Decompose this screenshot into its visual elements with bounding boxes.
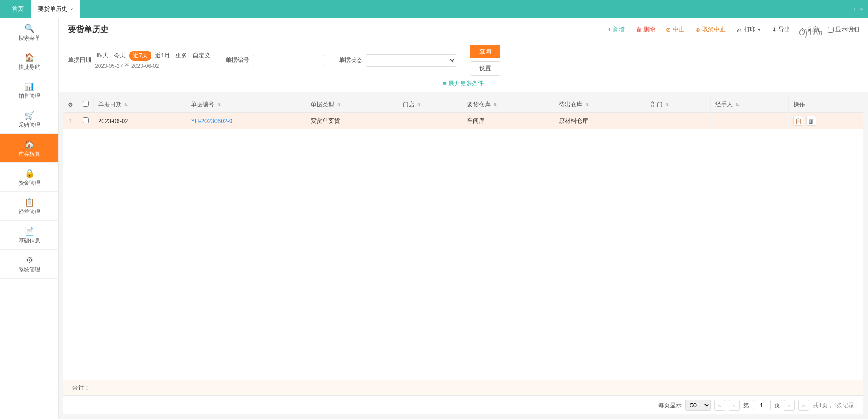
row-date: 2023-06-02 (94, 113, 186, 129)
sidebar-item-basic-info[interactable]: 📄 基础信息 (0, 221, 58, 250)
inventory-icon: 🏠 (24, 140, 34, 148)
th-date[interactable]: 单据日期 ⇅ (94, 97, 186, 113)
table-row: 1 2023-06-02 YH-20230602-0 要货单要货 车间库 原材料… (63, 113, 863, 129)
row-pendingwarehouse: 原材料仓库 (554, 113, 646, 129)
th-handler[interactable]: 经手人 ⇅ (711, 97, 789, 113)
filter-area: 单据日期 昨天 今天 近7天 近1月 更多 自定义 2023-05-27 至 2… (59, 40, 868, 92)
sidebar-item-search-menu[interactable]: 🔍 搜索菜单 (0, 18, 58, 47)
show-detail-checkbox[interactable] (828, 27, 834, 33)
refresh-button[interactable]: ↻ 刷新 (798, 24, 822, 35)
export-icon: ⬇ (772, 26, 777, 33)
table-header: ⚙ 单据日期 ⇅ 单据编号 ⇅ (63, 97, 863, 113)
print-dropdown-icon: ▾ (758, 26, 761, 33)
cancel-stop-button[interactable]: ⊗ 取消中止 (693, 24, 728, 35)
row-operation: 📋 🗑 (788, 113, 863, 129)
date-shortcuts: 昨天 今天 近7天 近1月 更多 自定义 (95, 51, 212, 61)
sidebar-item-sys-mgmt[interactable]: ⚙ 系统管理 (0, 250, 58, 279)
docnum-filter-input[interactable] (253, 55, 325, 66)
page-label-after: 页 (774, 401, 780, 409)
sidebar-item-finance-mgmt-label: 资金管理 (19, 179, 40, 187)
export-button[interactable]: ⬇ 导出 (769, 24, 793, 35)
ops-mgmt-icon: 📋 (24, 198, 34, 206)
shortcut-today[interactable]: 今天 (112, 51, 127, 61)
expand-more-icon: ≡ (443, 80, 447, 87)
th-checkbox (78, 97, 94, 113)
last-page-button[interactable]: » (798, 400, 809, 411)
th-settings[interactable]: ⚙ (63, 97, 78, 113)
prev-page-button[interactable]: ‹ (729, 400, 740, 411)
sidebar-item-purchase-mgmt[interactable]: 🛒 采购管理 (0, 105, 58, 134)
shortcut-1month[interactable]: 近1月 (153, 51, 172, 61)
close-window-icon[interactable]: × (860, 6, 863, 13)
th-doctype[interactable]: 单据类型 ⇅ (306, 97, 398, 113)
th-docnum[interactable]: 单据编号 ⇅ (186, 97, 306, 113)
tab-active[interactable]: 要货单历史 × (31, 0, 80, 18)
total-info: 共1页，1条记录 (813, 401, 854, 409)
row-dept (646, 113, 710, 129)
refresh-icon: ↻ (801, 26, 806, 33)
minimize-icon[interactable]: — (840, 6, 846, 13)
th-date-sort-icon: ⇅ (124, 102, 128, 107)
page-input[interactable] (753, 400, 771, 410)
th-operation-label: 操作 (793, 101, 805, 108)
finance-mgmt-icon: 🔒 (24, 169, 34, 177)
th-store[interactable]: 门店 ⇅ (398, 97, 462, 113)
sidebar-item-inventory[interactable]: 🏠 库存核算 (0, 134, 58, 163)
refresh-button-label: 刷新 (808, 25, 820, 33)
per-page-label: 每页显示 (658, 401, 682, 409)
sidebar-item-finance-mgmt[interactable]: 🔒 资金管理 (0, 163, 58, 192)
row-docnum-link[interactable]: YH-20230602-0 (191, 118, 232, 124)
row-checkbox[interactable] (83, 117, 89, 123)
maximize-icon[interactable]: □ (851, 6, 855, 13)
query-button[interactable]: 查询 (470, 45, 500, 58)
docstatus-filter-label: 单据状态 (339, 56, 362, 64)
th-pendingwarehouse-sort-icon: ⇅ (585, 102, 589, 107)
sidebar-item-sales-mgmt[interactable]: 📊 销售管理 (0, 76, 58, 105)
page-title: 要货单历史 (68, 24, 108, 35)
print-button[interactable]: 🖨 打印 ▾ (734, 24, 764, 35)
row-num: 1 (63, 113, 78, 129)
data-table: ⚙ 单据日期 ⇅ 单据编号 ⇅ (63, 97, 863, 129)
sales-mgmt-icon: 📊 (24, 82, 34, 90)
th-doctype-sort-icon: ⇅ (337, 102, 340, 107)
row-edit-icon[interactable]: 📋 (793, 116, 803, 126)
shortcut-more[interactable]: 更多 (174, 51, 189, 61)
th-handler-label: 经手人 (715, 101, 733, 108)
content-area: 要货单历史 + 新增 🗑 删除 ⊘ 中止 ⊗ 取消中止 (59, 18, 868, 419)
th-dept[interactable]: 部门 ⇅ (646, 97, 710, 113)
expand-more-label: 展开更多条件 (448, 79, 484, 87)
shortcut-custom[interactable]: 自定义 (191, 51, 212, 61)
sidebar-item-purchase-mgmt-label: 采购管理 (19, 121, 40, 129)
shortcut-7days[interactable]: 近7天 (129, 51, 151, 61)
docstatus-select-wrap: 草稿 已确认 已中止 (366, 54, 456, 67)
th-docnum-sort-icon: ⇅ (217, 102, 221, 107)
select-all-checkbox[interactable] (83, 101, 89, 107)
first-page-button[interactable]: « (714, 400, 725, 411)
date-filter-section: 昨天 今天 近7天 近1月 更多 自定义 2023-05-27 至 2023-0… (95, 51, 212, 70)
th-reqwarehouse-sort-icon: ⇅ (493, 102, 497, 107)
table-wrap: ⚙ 单据日期 ⇅ 单据编号 ⇅ (63, 97, 863, 380)
sidebar-item-quick-nav[interactable]: 🏠 快捷导航 (0, 47, 58, 76)
per-page-select[interactable]: 20 50 100 200 (685, 400, 711, 411)
row-delete-icon[interactable]: 🗑 (806, 116, 816, 126)
tab-close-icon[interactable]: × (70, 6, 73, 12)
sidebar-item-ops-mgmt[interactable]: 📋 经营管理 (0, 192, 58, 221)
new-button[interactable]: + 新增 (605, 24, 627, 35)
th-reqwarehouse[interactable]: 要货仓库 ⇅ (462, 97, 554, 113)
expand-more[interactable]: ≡ 展开更多条件 (68, 79, 859, 87)
shortcut-yesterday[interactable]: 昨天 (95, 51, 110, 61)
th-docnum-label: 单据编号 (191, 101, 214, 108)
next-page-button[interactable]: › (784, 400, 795, 411)
tab-home[interactable]: 首页 (5, 0, 31, 18)
delete-button[interactable]: 🗑 删除 (633, 24, 658, 35)
main-layout: 🔍 搜索菜单 🏠 快捷导航 📊 销售管理 🛒 采购管理 🏠 库存核算 🔒 资金管… (0, 18, 868, 419)
sidebar-item-sys-mgmt-label: 系统管理 (19, 266, 40, 274)
settings-button[interactable]: 设置 (470, 61, 500, 76)
docstatus-filter-group: 单据状态 草稿 已确认 已中止 (339, 54, 456, 67)
sidebar-item-sales-mgmt-label: 销售管理 (19, 92, 40, 100)
new-button-label: + 新增 (608, 25, 625, 33)
docstatus-select[interactable]: 草稿 已确认 已中止 (366, 55, 456, 66)
stop-button[interactable]: ⊘ 中止 (663, 24, 687, 35)
th-pendingwarehouse[interactable]: 待出仓库 ⇅ (554, 97, 646, 113)
cancel-stop-button-label: 取消中止 (702, 25, 726, 33)
